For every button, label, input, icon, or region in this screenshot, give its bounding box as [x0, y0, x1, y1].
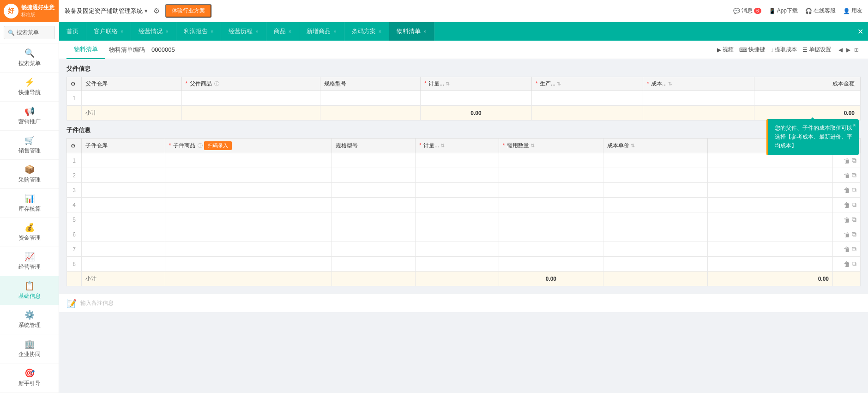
message-button[interactable]: 💬 消息 6	[733, 7, 761, 15]
sidebar-item-purchase[interactable]: 📦采购管理	[0, 160, 59, 189]
child-product-help-icon[interactable]: ⓘ	[198, 143, 203, 148]
sidebar-item-search[interactable]: 🔍搜索菜单	[0, 43, 59, 73]
nav-tab-close-profit[interactable]: ×	[211, 29, 213, 34]
child-cell-product-4[interactable]	[165, 198, 332, 212]
child-cell-product-6[interactable]	[165, 227, 332, 242]
child-cell-warehouse-1[interactable]	[82, 153, 165, 168]
child-cell-cost-amount-2[interactable]	[707, 168, 832, 183]
child-cell-spec-8[interactable]	[332, 257, 416, 272]
child-cell-qty-unit-6[interactable]	[416, 227, 499, 242]
child-cell-unit-cost-1[interactable]	[603, 153, 707, 168]
copy-row-2-icon[interactable]: ⧉	[852, 171, 856, 179]
nav-tab-profit[interactable]: 利润报告×	[176, 22, 221, 41]
copy-row-1-icon[interactable]: ⧉	[852, 157, 856, 164]
child-cell-needed-qty-8[interactable]	[499, 257, 603, 272]
child-cell-cost-amount-4[interactable]	[707, 198, 832, 212]
nav-tab-close-new-product[interactable]: ×	[333, 29, 336, 34]
delete-row-6-icon[interactable]: 🗑	[844, 231, 850, 238]
child-cell-needed-qty-5[interactable]	[499, 212, 603, 227]
child-cell-cost-amount-1[interactable]	[707, 153, 832, 168]
copy-row-8-icon[interactable]: ⧉	[852, 260, 856, 268]
delete-row-8-icon[interactable]: 🗑	[844, 260, 850, 268]
sidebar-item-inventory[interactable]: 📊库存核算	[0, 189, 59, 218]
parent-col-settings[interactable]: ⚙	[67, 77, 82, 91]
child-cell-spec-7[interactable]	[332, 242, 416, 257]
child-cell-cost-amount-7[interactable]	[707, 242, 832, 257]
child-cell-unit-cost-5[interactable]	[603, 212, 707, 227]
child-cell-warehouse-3[interactable]	[82, 183, 165, 198]
nav-tab-close-barcode[interactable]: ×	[379, 29, 381, 34]
close-all-tabs-button[interactable]: ✕	[853, 27, 868, 36]
sub-tab-bom-list[interactable]: 物料清单	[66, 41, 105, 59]
user-menu[interactable]: 👤 用友	[843, 7, 862, 15]
child-cell-unit-cost-2[interactable]	[603, 168, 707, 183]
shortcut-action[interactable]: ⌨ 快捷键	[739, 46, 765, 54]
sidebar-item-guide[interactable]: 🎯新手引导	[0, 363, 59, 393]
child-cell-spec-1[interactable]	[332, 153, 416, 168]
child-cell-product-5[interactable]	[165, 212, 332, 227]
parent-cell-product-1[interactable]	[181, 91, 320, 106]
child-cell-product-7[interactable]	[165, 242, 332, 257]
delete-row-1-icon[interactable]: 🗑	[844, 157, 850, 164]
sidebar-item-operations[interactable]: 📈经营管理	[0, 247, 59, 276]
sidebar-item-sales[interactable]: 🛒销售管理	[0, 131, 59, 160]
scan-input-button[interactable]: 扫码录入	[204, 141, 232, 150]
child-cell-qty-unit-7[interactable]	[416, 242, 499, 257]
child-cell-qty-unit-4[interactable]	[416, 198, 499, 212]
child-cell-needed-qty-4[interactable]	[499, 198, 603, 212]
nav-tab-history[interactable]: 经营历程×	[221, 22, 266, 41]
app-download-button[interactable]: 📱 App下载	[769, 7, 798, 15]
child-cell-warehouse-5[interactable]	[82, 212, 165, 227]
nav-tab-home[interactable]: 首页	[59, 22, 86, 41]
child-cell-needed-qty-2[interactable]	[499, 168, 603, 183]
sidebar-item-basic-info[interactable]: 📋基础信息	[0, 276, 59, 305]
sidebar-item-marketing[interactable]: 📢营销推广	[0, 102, 59, 131]
child-cell-needed-qty-6[interactable]	[499, 227, 603, 242]
child-cell-unit-cost-3[interactable]	[603, 183, 707, 198]
nav-tab-close-business[interactable]: ×	[165, 29, 168, 34]
sidebar-item-finance[interactable]: 💰资金管理	[0, 218, 59, 247]
nav-tab-new-product[interactable]: 新增商品×	[299, 22, 344, 41]
child-cell-warehouse-4[interactable]	[82, 198, 165, 212]
single-settings-action[interactable]: ☰ 单据设置	[802, 46, 831, 54]
delete-row-2-icon[interactable]: 🗑	[844, 172, 850, 179]
child-cell-qty-unit-8[interactable]	[416, 257, 499, 272]
extract-cost-action[interactable]: ↓ 提取成本	[771, 46, 797, 54]
parent-cell-cost-amount-1[interactable]	[754, 91, 861, 106]
settings-icon[interactable]: ⚙	[153, 6, 160, 15]
child-cell-unit-cost-8[interactable]	[603, 257, 707, 272]
child-cell-spec-3[interactable]	[332, 183, 416, 198]
child-cell-warehouse-6[interactable]	[82, 227, 165, 242]
child-cell-product-8[interactable]	[165, 257, 332, 272]
child-cell-warehouse-2[interactable]	[82, 168, 165, 183]
nav-tab-close-history[interactable]: ×	[255, 29, 258, 34]
child-cell-cost-amount-3[interactable]	[707, 183, 832, 198]
child-cell-needed-qty-3[interactable]	[499, 183, 603, 198]
nav-tab-close-products[interactable]: ×	[289, 29, 291, 34]
search-menu-button[interactable]: 🔍 搜索菜单	[4, 26, 55, 39]
child-cell-needed-qty-1[interactable]	[499, 153, 603, 168]
parent-cell-production-1[interactable]	[532, 91, 643, 106]
child-cell-warehouse-7[interactable]	[82, 242, 165, 257]
system-dropdown-icon[interactable]: ▾	[145, 7, 148, 14]
delete-row-4-icon[interactable]: 🗑	[844, 201, 850, 209]
child-cell-warehouse-8[interactable]	[82, 257, 165, 272]
child-cell-spec-5[interactable]	[332, 212, 416, 227]
child-cell-cost-amount-6[interactable]	[707, 227, 832, 242]
child-col-settings[interactable]: ⚙	[67, 139, 82, 153]
copy-row-7-icon[interactable]: ⧉	[852, 245, 856, 253]
child-cell-qty-unit-2[interactable]	[416, 168, 499, 183]
tooltip-close-button[interactable]: ×	[853, 121, 856, 130]
nav-tab-close-customers[interactable]: ×	[121, 29, 123, 34]
child-cell-unit-cost-7[interactable]	[603, 242, 707, 257]
child-cell-unit-cost-6[interactable]	[603, 227, 707, 242]
child-cell-cost-amount-8[interactable]	[707, 257, 832, 272]
child-cell-qty-unit-3[interactable]	[416, 183, 499, 198]
online-service-button[interactable]: 🎧 在线客服	[805, 7, 836, 15]
trial-button[interactable]: 体验行业方案	[165, 4, 211, 18]
child-cell-product-2[interactable]	[165, 168, 332, 183]
sidebar-item-enterprise[interactable]: 🏢企业协同	[0, 334, 59, 363]
nav-tab-business[interactable]: 经营情况×	[131, 22, 176, 41]
parent-cell-spec-1[interactable]	[320, 91, 421, 106]
prev-record-button[interactable]: ◀	[837, 46, 844, 54]
